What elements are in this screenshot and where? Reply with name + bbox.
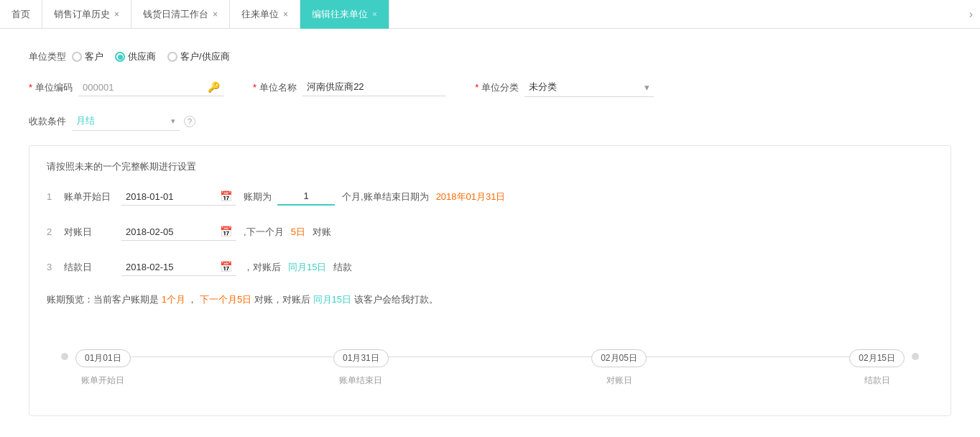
timeline-label-2: 账单结束日 xyxy=(339,374,382,387)
billing-start-date-wrap: 📅 xyxy=(121,188,236,206)
reconciliation-desc-suffix: 对账 xyxy=(313,226,331,239)
timeline-item-1: 01月01日 账单开始日 xyxy=(75,349,131,387)
radio-customer-circle xyxy=(72,52,82,62)
payment-date-input[interactable] xyxy=(126,262,216,272)
unit-code-label: 单位编码 xyxy=(35,81,73,94)
preview-period: 1个月 xyxy=(162,294,185,305)
billing-end-date-display: 2018年01月31日 xyxy=(436,190,506,203)
unit-type-group: 单位类型 客户 供应商 客户/供应商 xyxy=(29,50,230,63)
tab-edit-contact[interactable]: 编辑往来单位 × xyxy=(300,0,389,29)
timeline-label-3: 对账日 xyxy=(606,374,632,387)
unit-details-row: * 单位编码 🔑 * 单位名称 * 单位分类 未分类 ▾ xyxy=(29,78,951,97)
payment-teal-day: 同月15日 xyxy=(288,261,326,274)
unit-code-input-wrap: 🔑 xyxy=(78,78,224,96)
reconciliation-calendar-icon[interactable]: 📅 xyxy=(220,226,232,237)
radio-customer-label: 客户 xyxy=(85,50,103,63)
unit-category-select[interactable]: 未分类 ▾ xyxy=(524,78,654,97)
billing-period-desc-prefix: 账期为 xyxy=(244,190,272,203)
tab-cash-work-label: 钱货日清工作台 xyxy=(143,8,208,21)
tab-edit-contact-close[interactable]: × xyxy=(372,9,377,19)
payment-terms-group: 收款条件 月结 ▾ ? xyxy=(29,111,195,131)
main-content: 单位类型 客户 供应商 客户/供应商 * 单位编码 xyxy=(0,29,980,437)
timeline-item-3: 02月05日 对账日 xyxy=(591,349,647,387)
reconciliation-date-wrap: 📅 xyxy=(121,223,236,241)
unit-name-required: * xyxy=(253,82,256,93)
radio-supplier-label: 供应商 xyxy=(128,50,156,63)
timeline-item-2: 01月31日 账单结束日 xyxy=(333,349,389,387)
reconciliation-date-input[interactable] xyxy=(126,226,216,237)
radio-customer[interactable]: 客户 xyxy=(72,50,103,63)
month-input-wrap xyxy=(277,188,335,206)
preview-end: 该客户会给我打款。 xyxy=(354,294,438,305)
preview-mid: 对账，对账后 xyxy=(254,294,310,305)
reconciliation-row: 2 对账日 📅 ,下一个月 5日 对账 xyxy=(47,223,933,241)
unit-code-required: * xyxy=(29,82,32,93)
tab-contacts-label: 往来单位 xyxy=(241,8,279,21)
tabs-bar: 首页 销售订单历史 × 钱货日清工作台 × 往来单位 × 编辑往来单位 × › xyxy=(0,0,980,29)
timeline-date-4: 02月15日 xyxy=(849,349,905,367)
timeline-date-1: 01月01日 xyxy=(75,349,131,367)
radio-customer-supplier-label: 客户/供应商 xyxy=(180,50,230,63)
unit-code-group: * 单位编码 🔑 xyxy=(29,78,224,96)
unit-code-input[interactable] xyxy=(83,82,203,93)
billing-period-desc-middle: 个月,账单结束日期为 xyxy=(342,190,429,203)
tab-cash-work-close[interactable]: × xyxy=(213,9,218,19)
row3-label: 结款日 xyxy=(64,261,121,274)
payment-row: 3 结款日 📅 ，对账后 同月15日 结款 xyxy=(47,258,933,276)
radio-supplier[interactable]: 供应商 xyxy=(115,50,156,63)
billing-start-date-input[interactable] xyxy=(126,191,216,202)
payment-terms-select[interactable]: 月结 ▾ xyxy=(72,111,180,131)
unit-category-required: * xyxy=(475,82,479,93)
tab-more-button[interactable]: › xyxy=(962,0,980,29)
reconciliation-desc-prefix: ,下一个月 xyxy=(244,226,284,239)
tab-cash-work[interactable]: 钱货日清工作台 × xyxy=(131,0,230,29)
reconciliation-orange-day: 5日 xyxy=(291,226,305,239)
timeline-date-3: 02月05日 xyxy=(591,349,647,367)
payment-terms-row: 收款条件 月结 ▾ ? xyxy=(29,111,951,131)
unit-category-label: 单位分类 xyxy=(481,81,519,94)
payment-terms-arrow-icon: ▾ xyxy=(171,116,175,126)
row3-num: 3 xyxy=(47,262,64,272)
unit-type-label: 单位类型 xyxy=(29,50,66,63)
radio-customer-supplier-circle xyxy=(167,52,177,62)
billing-start-calendar-icon[interactable]: 📅 xyxy=(220,190,232,202)
tab-contacts-close[interactable]: × xyxy=(283,9,288,19)
radio-supplier-circle xyxy=(115,52,125,62)
timeline-wrap: 01月01日 账单开始日 01月31日 账单结束日 02月05日 对账日 02月… xyxy=(47,335,933,401)
timeline-label-4: 结款日 xyxy=(864,374,890,387)
payment-terms-help-icon[interactable]: ? xyxy=(184,116,195,127)
preview-payment-date: 同月15日 xyxy=(313,294,351,305)
payment-desc-prefix: ，对账后 xyxy=(244,261,281,274)
payment-calendar-icon[interactable]: 📅 xyxy=(220,261,232,272)
timeline-items: 01月01日 账单开始日 01月31日 账单结束日 02月05日 对账日 02月… xyxy=(47,349,933,387)
row2-num: 2 xyxy=(47,226,64,237)
unit-category-value: 未分类 xyxy=(529,80,557,93)
section-title: 请按照未来的一个完整帐期进行设置 xyxy=(47,160,933,173)
unit-name-input[interactable] xyxy=(302,79,446,96)
row1-label: 账单开始日 xyxy=(64,190,121,203)
tab-home[interactable]: 首页 xyxy=(0,0,42,29)
tab-home-label: 首页 xyxy=(11,8,30,21)
unit-name-label: 单位名称 xyxy=(259,81,297,94)
radio-customer-supplier[interactable]: 客户/供应商 xyxy=(167,50,230,63)
tab-sales-history-close[interactable]: × xyxy=(114,9,119,19)
unit-type-row: 单位类型 客户 供应商 客户/供应商 xyxy=(29,50,951,63)
payment-date-wrap: 📅 xyxy=(121,258,236,276)
tab-edit-contact-label: 编辑往来单位 xyxy=(312,8,368,21)
preview-reconcile-date: 下一个月5日 xyxy=(200,294,251,305)
payment-terms-label: 收款条件 xyxy=(29,115,66,128)
tab-sales-history[interactable]: 销售订单历史 × xyxy=(42,0,131,29)
timeline-label-1: 账单开始日 xyxy=(81,374,124,387)
unit-category-arrow-icon: ▾ xyxy=(644,82,650,93)
month-period-input[interactable] xyxy=(282,190,330,201)
preview-sep1: ， xyxy=(188,294,197,305)
timeline-date-2: 01月31日 xyxy=(333,349,389,367)
row1-num: 1 xyxy=(47,191,64,202)
unit-code-icon[interactable]: 🔑 xyxy=(208,81,220,93)
unit-name-group: * 单位名称 xyxy=(253,79,446,96)
row2-label: 对账日 xyxy=(64,226,121,239)
tab-sales-history-label: 销售订单历史 xyxy=(54,8,110,21)
billing-start-row: 1 账单开始日 📅 账期为 个月,账单结束日期为 2018年01月31日 xyxy=(47,188,933,206)
tab-contacts[interactable]: 往来单位 × xyxy=(230,0,300,29)
preview-label: 账期预览：当前客户账期是 xyxy=(47,294,159,305)
